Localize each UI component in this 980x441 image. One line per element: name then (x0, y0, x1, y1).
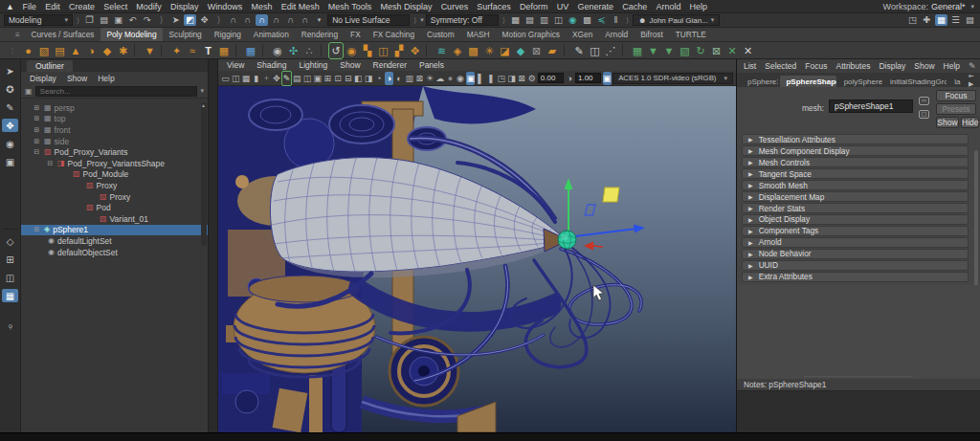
shelf-tab[interactable]: Custom (421, 28, 461, 41)
gamma-field[interactable] (575, 73, 601, 83)
menu-set-dropdown[interactable]: Modeling ▾ (4, 14, 73, 26)
outliner-row[interactable]: ⊞ ▦ persp (21, 102, 208, 114)
attr-section-header[interactable]: ▶ Render Stats (742, 203, 969, 213)
toolbar-icon[interactable]: ↶ (126, 14, 139, 26)
menu-item[interactable]: File (18, 2, 41, 11)
viewport-icon[interactable]: ✥ (272, 72, 280, 85)
outliner-row[interactable]: ▨ Pod (21, 202, 208, 213)
menu-item[interactable]: Mesh Display (376, 2, 436, 11)
attr-menu-item[interactable]: Selected (765, 61, 796, 71)
viewport-icon[interactable]: ⊠ (415, 72, 424, 85)
workspace-corner-icon[interactable]: ✚ (921, 14, 933, 26)
shelf-tab[interactable]: FX (345, 28, 368, 41)
viewport-icon[interactable]: ⊞ (323, 72, 332, 85)
menu-item[interactable]: Display (166, 2, 203, 11)
shelf-icon[interactable]: ◫ (589, 43, 602, 58)
attr-node-tab[interactable]: initialShadingGroup (884, 76, 947, 87)
toolbar-icon[interactable]: ◩ (184, 14, 196, 26)
viewport-icon[interactable]: + (262, 72, 271, 85)
toolbar-icon[interactable]: ∩ (241, 14, 254, 26)
outliner-tab[interactable]: Outliner (27, 60, 73, 72)
attr-section-header[interactable]: ▶ Tessellation Attributes (742, 134, 969, 144)
live-surface-field[interactable]: No Live Surface (327, 14, 410, 26)
hide-button[interactable]: Hide (961, 117, 979, 128)
manip-plane-handle[interactable] (603, 187, 619, 202)
toolbox-tool-icon[interactable]: ▣ (2, 155, 18, 168)
shelf-icon[interactable]: ▦ (244, 43, 257, 58)
attr-menu-item[interactable]: Display (879, 61, 905, 71)
outliner-row[interactable]: ◉ defaultLightSet (21, 235, 208, 247)
shelf-icon[interactable] (564, 44, 568, 56)
attr-menu-item[interactable]: Attributes (835, 61, 870, 71)
shelf-icon[interactable]: ≈ (186, 43, 199, 58)
layout-shortcut-icon[interactable]: ⊞ (2, 253, 18, 266)
shelf-icon[interactable]: T (202, 43, 215, 58)
swatch-button[interactable]: ⇦ (919, 97, 929, 105)
toolbox-tool-icon[interactable]: ◉ (2, 137, 18, 150)
shelf-tab[interactable]: Sculpting (163, 28, 208, 41)
shelf-icon[interactable]: ↻ (694, 43, 707, 58)
outliner-row[interactable]: ⊞ ▦ side (21, 136, 208, 147)
outliner-row[interactable]: ▨ Variant_01 (21, 213, 208, 225)
menu-item[interactable]: Edit Mesh (277, 2, 323, 11)
attr-section-header[interactable]: ▶ Object Display (742, 214, 969, 225)
popup-button[interactable]: ▢ (919, 110, 929, 119)
attr-section-header[interactable]: ▶ Mesh Component Display (742, 145, 969, 156)
user-account-chip[interactable]: ☻ John Paul Gian... ▾ (633, 14, 720, 26)
menu-item[interactable]: UV (552, 2, 573, 11)
viewport-icon[interactable]: ▥ (405, 72, 413, 85)
attr-menu-item[interactable]: Show (914, 61, 934, 71)
shelf-icon[interactable]: ▦ (217, 43, 231, 58)
shelf-icon[interactable]: ▚ (361, 43, 374, 58)
menu-item[interactable]: Deform (515, 2, 552, 11)
viewport-menu-item[interactable]: Lighting (299, 60, 327, 70)
symmetry-caret-icon[interactable]: ▾ (420, 16, 424, 24)
toolbox-tool-icon[interactable]: ➤ (2, 64, 18, 77)
shelf-icon[interactable]: ✣ (287, 43, 301, 58)
shelf-tab[interactable]: Animation (247, 28, 295, 41)
focus-button[interactable]: Focus (936, 90, 976, 101)
attr-section-header[interactable]: ▶ Mesh Controls (742, 157, 969, 167)
viewport-icon[interactable]: ◧ (354, 72, 363, 85)
shelf-icon[interactable] (321, 44, 325, 56)
shelf-icon[interactable]: ▼ (647, 43, 660, 58)
attr-section-header[interactable]: ▶ Tangent Space (742, 168, 969, 179)
viewport-icon[interactable]: ◉ (456, 72, 464, 85)
shelf-tab[interactable]: FX Caching (367, 28, 420, 41)
shelf-icon[interactable]: ≋ (435, 43, 449, 58)
shelf-tab[interactable]: Arnold (599, 28, 635, 41)
filter-icon[interactable]: ▣ (25, 87, 33, 96)
shelf-icon[interactable]: ✕ (742, 43, 755, 58)
menu-item[interactable]: Curves (436, 2, 473, 11)
toolbar-icon[interactable]: ✥ (198, 14, 211, 26)
viewport-menu-item[interactable]: Panels (419, 60, 444, 70)
menu-item[interactable]: Mesh (247, 2, 277, 11)
viewport-icon[interactable]: ◐ (394, 72, 403, 85)
outliner-row[interactable]: ▨ Proxy (21, 180, 208, 191)
shelf-icon[interactable]: ◉ (271, 43, 284, 58)
viewport-icon[interactable]: ◫ (232, 72, 240, 85)
layout-shortcut-icon[interactable]: ▦ (2, 289, 18, 302)
shelf-icon[interactable]: ▧ (37, 43, 51, 58)
viewport-menu-item[interactable]: Show (340, 60, 360, 70)
shelf-icon[interactable]: ◉ (345, 43, 359, 58)
shelf-icon[interactable]: ● (22, 43, 35, 58)
toolbar-icon[interactable]: ▤ (98, 14, 110, 26)
toolbar-icon[interactable]: ⟩ (212, 14, 225, 26)
toolbar-icon[interactable]: ▾ (313, 14, 325, 26)
workspace-corner-icon[interactable]: ▤ (964, 14, 976, 26)
viewport-icon[interactable]: ▦ (241, 72, 250, 85)
tab-scroll-icons[interactable]: ⇤ ▶ (967, 73, 980, 88)
shelf-icon[interactable]: ◆ (100, 43, 114, 58)
menu-item[interactable]: Windows (203, 2, 247, 11)
shelf-icon[interactable]: ◫ (377, 43, 390, 58)
attr-menu-item[interactable]: Focus (805, 61, 827, 71)
shelf-icon[interactable]: ◆ (514, 43, 527, 58)
viewport-canvas[interactable] (218, 86, 736, 432)
menu-item[interactable]: Select (100, 2, 132, 11)
toolbar-icon[interactable]: ∩ (299, 14, 311, 26)
search-dropdown-icon[interactable]: ▾ (200, 87, 204, 95)
render-toolbar-icon[interactable]: ≼ (595, 14, 608, 26)
expander-icon[interactable]: ⊟ (33, 148, 41, 156)
shelf-icon[interactable]: ◪ (499, 43, 512, 58)
